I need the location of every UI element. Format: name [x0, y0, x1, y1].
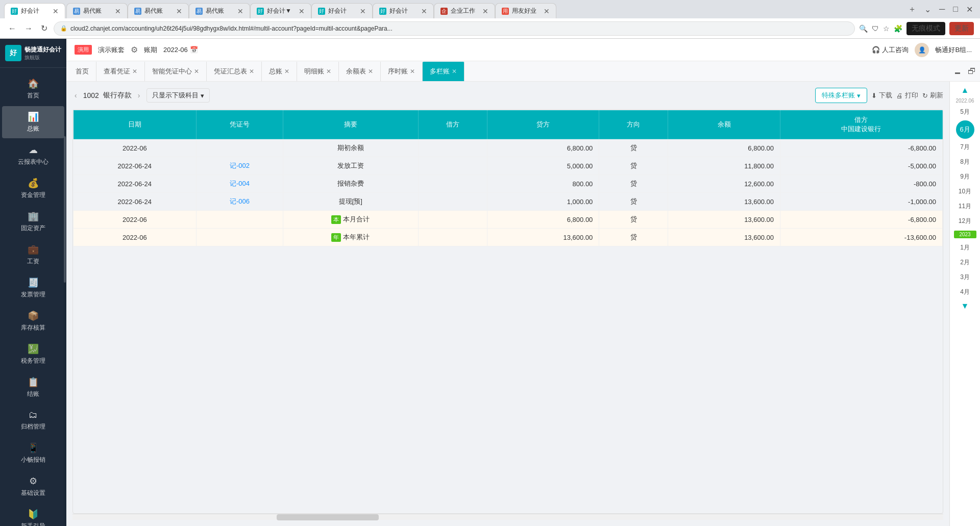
tab-journal-close[interactable]: ✕	[410, 68, 415, 75]
no-trace-button[interactable]: 无痕模式	[906, 22, 945, 35]
refresh-button[interactable]: ↻ 刷新	[922, 88, 943, 103]
tab-view-voucher[interactable]: 查看凭证 ✕	[96, 62, 145, 81]
sidebar-item-salary[interactable]: 💼 工资	[2, 239, 64, 271]
cal-month-aug[interactable]: 8月	[950, 155, 980, 169]
cal-month-jan[interactable]: 1月	[950, 240, 980, 255]
refresh-button[interactable]: ↻	[39, 21, 50, 35]
sidebar-item-fixed-assets[interactable]: 🏢 固定资产	[2, 206, 64, 238]
tab-8[interactable]: 企 企业工作 ✕	[434, 3, 495, 18]
extension-icon[interactable]: 🧩	[894, 24, 902, 33]
tab-2[interactable]: 易 易代账 ✕	[128, 3, 189, 18]
prev-account-button[interactable]: ‹	[72, 89, 79, 102]
sidebar-item-ledger[interactable]: 📊 总账	[2, 106, 64, 138]
tab-6-close[interactable]: ✕	[360, 7, 366, 15]
window-minimize-icon[interactable]: 🗕	[951, 65, 964, 78]
tab-1[interactable]: 易 易代账 ✕	[66, 3, 128, 18]
tab-view-voucher-close[interactable]: ✕	[132, 68, 137, 75]
sidebar-scrollbar-thumb[interactable]	[64, 136, 66, 283]
multi-column-button[interactable]: 特殊多栏账 ▾	[815, 88, 867, 103]
tab-6[interactable]: 好 好会计 ✕	[311, 3, 373, 18]
minimize-button[interactable]: ─	[936, 4, 948, 15]
cal-month-june[interactable]: 6月	[956, 120, 974, 139]
sidebar-scrollbar-track[interactable]	[63, 39, 66, 526]
ledger-table-wrapper[interactable]: 日期 凭证号 摘要 借方 贷方 方向 余额 借方中国建设银行	[72, 109, 943, 514]
forward-button[interactable]: →	[22, 22, 35, 35]
tab-5[interactable]: 好 好会计 ✕	[4, 3, 65, 18]
tab-2-close[interactable]: ✕	[176, 7, 182, 15]
url-bar[interactable]: 🔒 cloud2.chanjet.com/accounting/uh26t264…	[54, 21, 855, 36]
update-button[interactable]: 更新	[949, 22, 974, 35]
sidebar-item-inventory[interactable]: 📦 库存核算	[2, 305, 64, 337]
cal-month-may[interactable]: 5月	[950, 105, 980, 119]
tab-8-close[interactable]: ✕	[482, 7, 488, 15]
horizontal-scrollbar[interactable]	[72, 514, 943, 520]
cal-month-dec[interactable]: 12月	[950, 214, 980, 229]
user-avatar[interactable]: 👤	[915, 43, 929, 57]
close-window-button[interactable]: ✕	[963, 4, 976, 15]
star-icon[interactable]: ☆	[883, 24, 890, 33]
tab-list-button[interactable]: ⌄	[921, 4, 934, 15]
sidebar-item-cloud-report[interactable]: ☁ 云报表中心	[2, 139, 64, 171]
cal-month-july[interactable]: 7月	[950, 140, 980, 155]
download-button[interactable]: ⬇ 下载	[871, 88, 892, 103]
consult-button[interactable]: 🎧 人工咨询	[872, 45, 909, 55]
calendar-scroll-down[interactable]: ▼	[959, 299, 971, 313]
tab-voucher-summary[interactable]: 凭证汇总表 ✕	[207, 62, 262, 81]
tab-3-close[interactable]: ✕	[237, 7, 243, 15]
back-button[interactable]: ←	[6, 22, 18, 35]
maximize-button[interactable]: □	[950, 4, 961, 15]
calendar-icon[interactable]: 📅	[190, 46, 198, 54]
shield-icon[interactable]: 🛡	[872, 24, 879, 33]
calendar-scroll-up[interactable]: ▲	[959, 84, 971, 97]
tab-3[interactable]: 易 易代账 ✕	[189, 3, 250, 18]
voucher-link[interactable]: 记-004	[230, 180, 250, 187]
sidebar-item-closing[interactable]: 📋 结账	[2, 371, 64, 404]
tab-4[interactable]: 好 好会计▼ ✕	[250, 3, 311, 18]
next-account-button[interactable]: ›	[136, 89, 142, 102]
add-tab-button[interactable]: ＋	[905, 3, 919, 16]
sidebar-item-home[interactable]: 🏠 首页	[2, 73, 64, 105]
tab-detail-ledger-close[interactable]: ✕	[326, 68, 331, 75]
voucher-link[interactable]: 记-002	[230, 162, 250, 169]
tab-balance[interactable]: 余额表 ✕	[339, 62, 381, 81]
topbar-settings-icon[interactable]: ⚙	[131, 45, 138, 55]
tab-1-close[interactable]: ✕	[115, 7, 121, 15]
tab-general-ledger[interactable]: 总账 ✕	[262, 62, 297, 81]
period-value[interactable]: 2022-06 📅	[163, 46, 198, 54]
tab-voucher-summary-close[interactable]: ✕	[249, 68, 254, 75]
tab-detail-ledger[interactable]: 明细账 ✕	[297, 62, 339, 81]
sidebar-item-settings[interactable]: ⚙ 基础设置	[2, 470, 64, 503]
tab-home[interactable]: 首页	[68, 62, 96, 81]
cal-month-mar[interactable]: 3月	[950, 270, 980, 285]
cal-month-apr[interactable]: 4月	[950, 285, 980, 299]
tab-journal[interactable]: 序时账 ✕	[381, 62, 423, 81]
sidebar-item-expense[interactable]: 📱 小畅报销	[2, 437, 64, 469]
cal-month-feb[interactable]: 2月	[950, 255, 980, 270]
tab-9-close[interactable]: ✕	[544, 7, 550, 15]
sidebar-item-funds[interactable]: 💰 资金管理	[2, 172, 64, 205]
tab-7[interactable]: 好 好会计 ✕	[373, 3, 434, 18]
voucher-link[interactable]: 记-006	[230, 197, 250, 205]
sidebar-item-archive[interactable]: 🗂 归档管理	[2, 405, 64, 436]
tab-4-close[interactable]: ✕	[299, 7, 305, 15]
tab-multi-column[interactable]: 多栏账 ✕	[423, 62, 464, 81]
print-button[interactable]: 🖨 打印	[896, 88, 918, 103]
cal-month-sep[interactable]: 9月	[950, 169, 980, 184]
sidebar-item-invoice[interactable]: 🧾 发票管理	[2, 272, 64, 304]
window-maximize-icon[interactable]: 🗗	[966, 65, 978, 78]
cal-month-nov[interactable]: 11月	[950, 199, 980, 214]
tab-5-close[interactable]: ✕	[53, 7, 59, 15]
tab-multi-column-close[interactable]: ✕	[452, 68, 457, 75]
tab-9[interactable]: 用 用友好业 ✕	[495, 3, 556, 18]
tab-smart-voucher[interactable]: 智能凭证中心 ✕	[145, 62, 207, 81]
sub-filter-dropdown[interactable]: 只显示下级科目 ▾	[146, 88, 210, 103]
sidebar-item-guide[interactable]: 🔰 新手引导	[2, 504, 64, 526]
cal-month-oct[interactable]: 10月	[950, 184, 980, 199]
search-icon[interactable]: 🔍	[859, 24, 868, 33]
tab-smart-voucher-close[interactable]: ✕	[194, 68, 199, 75]
tab-balance-close[interactable]: ✕	[368, 68, 373, 75]
sidebar-item-tax[interactable]: 💹 税务管理	[2, 338, 64, 370]
tab-7-close[interactable]: ✕	[421, 7, 427, 15]
tab-general-ledger-close[interactable]: ✕	[284, 68, 289, 75]
h-scroll-thumb[interactable]	[277, 514, 379, 520]
